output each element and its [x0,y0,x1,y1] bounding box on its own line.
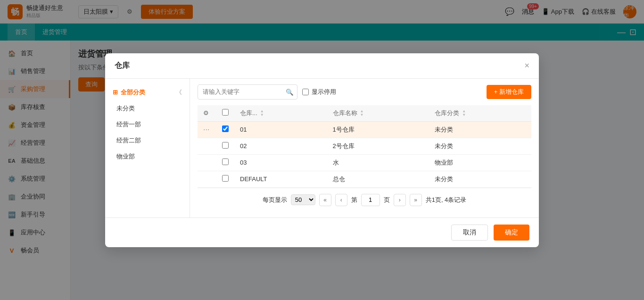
per-page-select[interactable]: 50 10 20 100 [291,194,315,205]
warehouse-table: ⚙ 仓库... ▲▼ 仓库名称 [198,105,531,188]
table-container: ⚙ 仓库... ▲▼ 仓库名称 [198,105,531,188]
show-disabled-label[interactable]: 显示停用 [302,88,336,96]
all-categories-item[interactable]: ⊞ 全部分类 《 [105,84,190,100]
cancel-button[interactable]: 取消 [451,225,488,241]
modal-title: 仓库 [115,61,130,71]
row-checkbox-cell [216,154,234,171]
grid-icon: ⊞ [113,89,118,96]
category-item-property[interactable]: 物业部 [105,149,190,165]
per-page-label: 每页显示 [263,196,287,204]
collapse-button[interactable]: 《 [176,88,182,97]
row-actions-cell [198,138,216,154]
row-checkbox[interactable] [222,125,229,132]
category-item-ops2[interactable]: 经营二部 [105,133,190,149]
all-categories-label: 全部分类 [121,88,145,97]
sort-arrows-code: ▲▼ [260,109,264,117]
row-category: 未分类 [429,171,531,187]
row-checkbox[interactable] [222,158,229,165]
table-row[interactable]: 02 2号仓库 未分类 [198,138,531,154]
row-actions-cell [198,171,216,187]
total-info: 共1页, 4条记录 [426,196,467,204]
col-category[interactable]: 仓库分类 ▲▼ [429,105,531,122]
row-name: 1号仓库 [327,121,429,138]
table-panel: 🔍 显示停用 + 新增仓库 ⚙ [190,79,539,217]
category-item-ops1[interactable]: 经营一部 [105,117,190,133]
search-button[interactable]: 🔍 [286,88,294,95]
row-actions-cell [198,154,216,171]
col-name[interactable]: 仓库名称 ▲▼ [327,105,429,122]
row-actions-cell: ··· [198,121,216,138]
table-row[interactable]: DEFAULT 总仓 未分类 [198,171,531,187]
row-name: 总仓 [327,171,429,187]
next-page-button[interactable]: › [394,194,406,206]
row-category: 未分类 [429,138,531,154]
row-checkbox-cell [216,171,234,187]
row-checkbox-cell [216,138,234,154]
prev-page-button[interactable]: ‹ [335,194,347,206]
row-more-icon[interactable]: ··· [203,125,209,133]
col-settings: ⚙ [198,105,216,122]
warehouse-modal: 仓库 × ⊞ 全部分类 《 未分类 经营一部 经营二部 物业部 [105,53,539,247]
confirm-button[interactable]: 确定 [494,225,529,241]
table-row[interactable]: 03 水 物业部 [198,154,531,171]
pagination: 每页显示 50 10 20 100 « ‹ 第 页 › » 共1页, 4条记录 [198,188,531,212]
col-checkbox [216,105,234,122]
col-code[interactable]: 仓库... ▲▼ [234,105,327,122]
search-input[interactable] [198,84,297,100]
page-unit: 页 [384,196,390,204]
row-category: 物业部 [429,154,531,171]
search-wrap: 🔍 [198,84,297,100]
sort-arrows-category: ▲▼ [462,109,466,117]
row-code: DEFAULT [234,171,327,187]
modal-close-button[interactable]: × [524,61,529,71]
select-all-checkbox[interactable] [222,109,229,116]
page-number-input[interactable] [361,194,380,206]
table-toolbar: 🔍 显示停用 + 新增仓库 [198,84,531,100]
add-warehouse-button[interactable]: + 新增仓库 [487,85,531,99]
page-label: 第 [351,196,357,204]
row-checkbox-cell [216,121,234,138]
row-code: 03 [234,154,327,171]
category-item-unclassified[interactable]: 未分类 [105,100,190,117]
modal-backdrop: 仓库 × ⊞ 全部分类 《 未分类 经营一部 经营二部 物业部 [0,0,644,300]
row-checkbox[interactable] [222,142,229,149]
row-code: 01 [234,121,327,138]
row-code: 02 [234,138,327,154]
sort-arrows-name: ▲▼ [360,109,364,117]
modal-body: ⊞ 全部分类 《 未分类 经营一部 经营二部 物业部 🔍 [105,79,539,217]
show-disabled-checkbox[interactable] [302,89,309,95]
first-page-button[interactable]: « [319,194,331,206]
last-page-button[interactable]: » [410,194,422,206]
modal-header: 仓库 × [105,53,539,79]
row-name: 2号仓库 [327,138,429,154]
modal-footer: 取消 确定 [105,217,539,247]
row-category: 未分类 [429,121,531,138]
row-checkbox[interactable] [222,175,229,182]
row-name: 水 [327,154,429,171]
table-row[interactable]: ··· 01 1号仓库 未分类 [198,121,531,138]
category-panel: ⊞ 全部分类 《 未分类 经营一部 经营二部 物业部 [105,79,190,217]
